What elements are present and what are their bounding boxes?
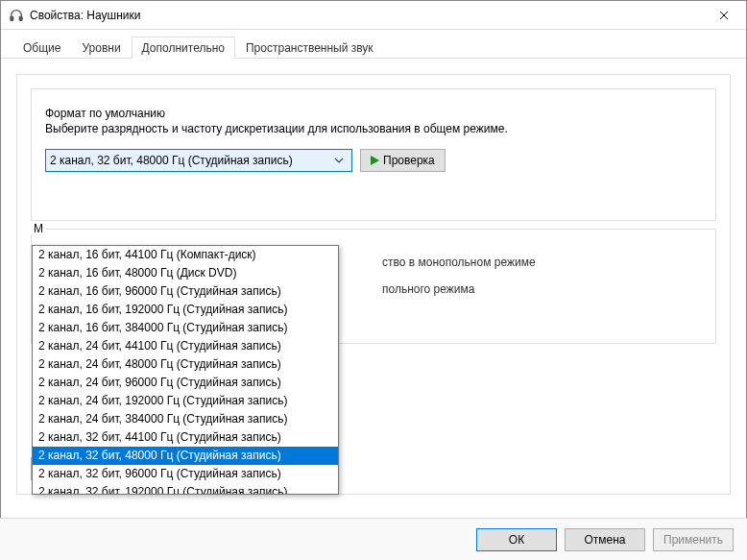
format-option[interactable]: 2 канал, 32 бит, 192000 Гц (Студийная за… <box>33 483 338 495</box>
tab-spatial[interactable]: Пространственный звук <box>235 37 384 59</box>
format-option[interactable]: 2 канал, 24 бит, 48000 Гц (Студийная зап… <box>33 355 338 374</box>
tab-levels[interactable]: Уровни <box>71 37 131 59</box>
format-option[interactable]: 2 канал, 16 бит, 96000 Гц (Студийная зап… <box>33 282 338 301</box>
cancel-label: Отмена <box>584 533 625 547</box>
apply-button[interactable]: Применить <box>653 528 734 551</box>
tab-general[interactable]: Общие <box>12 37 71 59</box>
format-option[interactable]: 2 канал, 24 бит, 192000 Гц (Студийная за… <box>33 392 338 410</box>
close-icon <box>719 7 729 24</box>
format-option[interactable]: 2 канал, 32 бит, 96000 Гц (Студийная зап… <box>33 465 338 483</box>
format-option[interactable]: 2 канал, 32 бит, 48000 Гц (Студийная зап… <box>33 447 338 465</box>
format-option[interactable]: 2 канал, 24 бит, 44100 Гц (Студийная зап… <box>33 337 338 355</box>
tab-label: Уровни <box>82 41 120 55</box>
play-icon <box>371 156 379 165</box>
format-option[interactable]: 2 канал, 32 бит, 44100 Гц (Студийная зап… <box>33 428 338 447</box>
apply-label: Применить <box>663 533 723 547</box>
svg-rect-1 <box>19 16 22 20</box>
group-default-format: Формат по умолчанию Выберите разрядность… <box>31 88 716 229</box>
format-dropdown-list[interactable]: 2 канал, 16 бит, 44100 Гц (Компакт-диск)… <box>32 245 339 495</box>
tab-label: Пространственный звук <box>246 41 374 55</box>
chevron-down-icon <box>330 156 348 165</box>
format-option[interactable]: 2 канал, 24 бит, 96000 Гц (Студийная зап… <box>33 374 338 392</box>
dialog-button-bar: ОК Отмена Применить <box>0 518 747 560</box>
test-button[interactable]: Проверка <box>360 149 446 172</box>
test-button-label: Проверка <box>383 154 435 167</box>
format-option[interactable]: 2 канал, 16 бит, 48000 Гц (Диск DVD) <box>33 264 338 282</box>
titlebar: Свойства: Наушники <box>1 1 746 30</box>
tab-label: Дополнительно <box>142 41 225 55</box>
format-option[interactable]: 2 канал, 16 бит, 192000 Гц (Студийная за… <box>33 301 338 319</box>
combo-selected-text: 2 канал, 32 бит, 48000 Гц (Студийная зап… <box>50 154 330 167</box>
group-legend: Формат по умолчанию <box>45 107 165 120</box>
hidden-group-letter: М <box>31 222 46 235</box>
format-option[interactable]: 2 канал, 16 бит, 44100 Гц (Компакт-диск) <box>33 246 338 264</box>
ok-label: ОК <box>509 533 524 547</box>
headphones-icon <box>9 8 24 23</box>
exclusive-line-2: польного режима <box>382 280 474 301</box>
format-option[interactable]: 2 канал, 24 бит, 384000 Гц (Студийная за… <box>33 410 338 428</box>
tab-advanced[interactable]: Дополнительно <box>132 37 235 59</box>
window-title: Свойства: Наушники <box>30 9 702 22</box>
format-option[interactable]: 2 канал, 16 бит, 384000 Гц (Студийная за… <box>33 319 338 337</box>
svg-rect-0 <box>11 16 13 20</box>
tab-content: Формат по умолчанию Выберите разрядность… <box>1 59 746 495</box>
format-description: Выберите разрядность и частоту дискретиз… <box>45 120 702 137</box>
close-button[interactable] <box>702 1 746 30</box>
cancel-button[interactable]: Отмена <box>565 528 645 551</box>
tab-label: Общие <box>23 41 60 55</box>
format-combobox[interactable]: 2 канал, 32 бит, 48000 Гц (Студийная зап… <box>45 149 352 172</box>
ok-button[interactable]: ОК <box>476 528 557 551</box>
exclusive-line-1: ство в монопольном режиме <box>382 253 536 274</box>
tab-strip: Общие Уровни Дополнительно Пространствен… <box>1 30 746 59</box>
